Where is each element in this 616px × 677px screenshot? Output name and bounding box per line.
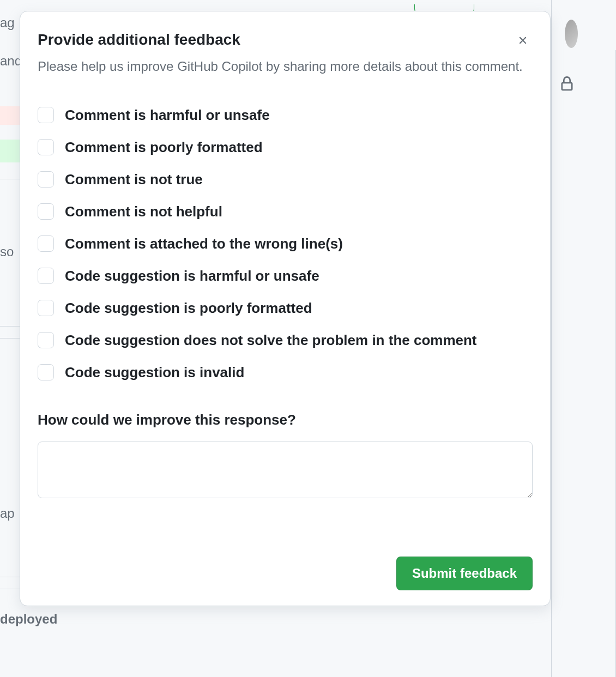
modal-footer: Submit feedback — [38, 557, 533, 590]
close-button[interactable] — [513, 31, 533, 51]
feedback-option[interactable]: Comment is not helpful — [38, 203, 533, 220]
improve-response-heading: How could we improve this response? — [38, 412, 533, 428]
feedback-option[interactable]: Comment is harmful or unsafe — [38, 107, 533, 124]
bg-divider — [0, 577, 20, 577]
checkbox-icon — [38, 139, 54, 155]
bg-text-fragment: so — [0, 244, 14, 259]
submit-feedback-button[interactable]: Submit feedback — [396, 557, 533, 590]
bg-text-deployed: deployed — [0, 612, 57, 627]
feedback-option[interactable]: Code suggestion does not solve the probl… — [38, 332, 533, 349]
feedback-option-label: Code suggestion is poorly formatted — [65, 300, 312, 317]
close-icon — [517, 34, 529, 48]
bg-diff-removed-line — [0, 106, 20, 125]
checkbox-icon — [38, 332, 54, 348]
modal-title: Provide additional feedback — [38, 31, 533, 49]
checkbox-icon — [38, 235, 54, 252]
feedback-option-label: Code suggestion is invalid — [65, 364, 244, 381]
bg-divider — [0, 326, 20, 327]
feedback-option-label: Comment is poorly formatted — [65, 139, 263, 156]
feedback-option-label: Comment is attached to the wrong line(s) — [65, 235, 343, 252]
feedback-options-list: Comment is harmful or unsafe Comment is … — [38, 107, 533, 381]
checkbox-icon — [38, 268, 54, 284]
bg-text-fragment: ag — [0, 15, 15, 31]
bg-panel-border — [551, 0, 552, 677]
modal-header: Provide additional feedback Please help … — [38, 31, 533, 76]
checkbox-icon — [38, 364, 54, 380]
checkbox-icon — [38, 171, 54, 188]
feedback-option[interactable]: Comment is poorly formatted — [38, 139, 533, 156]
checkbox-icon — [38, 300, 54, 316]
feedback-option[interactable]: Code suggestion is invalid — [38, 364, 533, 381]
checkbox-icon — [38, 203, 54, 220]
feedback-option-label: Comment is not helpful — [65, 203, 222, 220]
lock-icon — [559, 76, 575, 94]
bg-divider — [0, 589, 20, 589]
bg-divider — [0, 338, 20, 338]
bg-text-fragment: ap — [0, 506, 15, 521]
feedback-option[interactable]: Code suggestion is poorly formatted — [38, 300, 533, 317]
feedback-option[interactable]: Comment is not true — [38, 171, 533, 188]
checkbox-icon — [38, 107, 54, 123]
feedback-option-label: Comment is not true — [65, 171, 203, 188]
feedback-textarea[interactable] — [38, 442, 533, 498]
modal-subtitle: Please help us improve GitHub Copilot by… — [38, 57, 533, 76]
avatar[interactable] — [565, 20, 578, 48]
bg-diff-added-line — [0, 140, 20, 162]
bg-divider — [0, 179, 20, 179]
feedback-option-label: Code suggestion does not solve the probl… — [65, 332, 477, 349]
feedback-option-label: Code suggestion is harmful or unsafe — [65, 268, 319, 285]
feedback-option[interactable]: Code suggestion is harmful or unsafe — [38, 268, 533, 285]
feedback-option[interactable]: Comment is attached to the wrong line(s) — [38, 235, 533, 252]
feedback-modal: Provide additional feedback Please help … — [20, 11, 551, 606]
bg-text-fragment: and — [0, 53, 22, 69]
feedback-option-label: Comment is harmful or unsafe — [65, 107, 270, 124]
